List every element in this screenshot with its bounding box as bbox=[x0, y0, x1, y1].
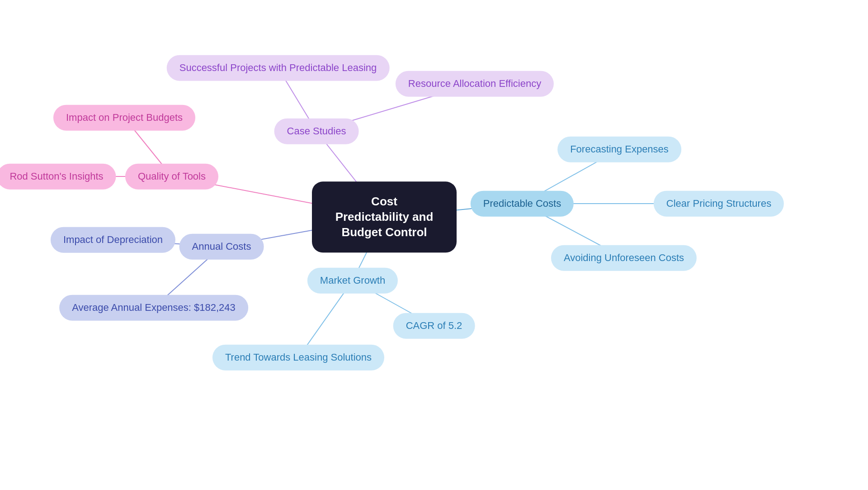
node-impact_on_project_budgets: Impact on Project Budgets bbox=[53, 105, 195, 131]
node-resource_allocation: Resource Allocation Efficiency bbox=[396, 71, 554, 97]
node-center: Cost Predictability and Budget Control bbox=[312, 181, 457, 252]
node-forecasting_expenses: Forecasting Expenses bbox=[557, 137, 681, 162]
node-average_annual: Average Annual Expenses: $182,243 bbox=[59, 295, 248, 321]
node-avoiding_unforeseen: Avoiding Unforeseen Costs bbox=[551, 245, 697, 271]
node-market_growth: Market Growth bbox=[307, 268, 398, 294]
node-clear_pricing: Clear Pricing Structures bbox=[654, 191, 784, 217]
node-cagr: CAGR of 5.2 bbox=[393, 313, 475, 339]
node-rod_sutton_insights: Rod Sutton's Insights bbox=[0, 164, 116, 190]
node-impact_depreciation: Impact of Depreciation bbox=[51, 227, 175, 253]
node-annual_costs: Annual Costs bbox=[179, 234, 264, 260]
mindmap-container: Cost Predictability and Budget ControlQu… bbox=[0, 0, 868, 490]
node-trend_leasing: Trend Towards Leasing Solutions bbox=[212, 345, 384, 371]
node-predictable_costs: Predictable Costs bbox=[471, 191, 574, 217]
node-case_studies: Case Studies bbox=[274, 119, 359, 144]
node-successful_projects: Successful Projects with Predictable Lea… bbox=[167, 55, 390, 81]
node-quality_of_tools: Quality of Tools bbox=[125, 164, 218, 190]
